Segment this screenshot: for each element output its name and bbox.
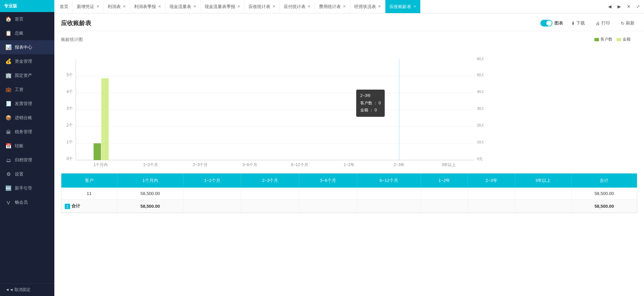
tab-next-btn[interactable]: ▶ xyxy=(614,0,624,13)
svg-text:5个: 5个 xyxy=(66,72,73,77)
tab-profit-season[interactable]: 利润表季报✕ xyxy=(130,0,165,13)
print-btn[interactable]: 🖨 打印 xyxy=(593,19,613,28)
toggle-thumb xyxy=(546,20,552,26)
sidebar-item-close[interactable]: 📅 结账 xyxy=(0,139,54,153)
bar-amount-1 xyxy=(101,78,109,160)
tab-ar-stats[interactable]: 应收统计表✕ xyxy=(245,0,280,13)
tab-close-biz-status[interactable]: ✕ xyxy=(378,4,381,9)
refresh-btn[interactable]: ↻ 刷新 xyxy=(618,19,637,28)
svg-text:3~6个月: 3~6个月 xyxy=(243,162,257,167)
total-cell-2 xyxy=(183,200,241,213)
download-btn[interactable]: ⬇ 下载 xyxy=(569,19,588,28)
page-actions: 图表 ⬇ 下载 🖨 打印 ↻ 刷新 xyxy=(540,19,637,28)
svg-text:3个: 3个 xyxy=(66,106,73,111)
col-header-7: 2~3年 xyxy=(468,174,515,188)
tab-close-profit[interactable]: ✕ xyxy=(123,4,126,9)
svg-text:60,000.00元: 60,000.00元 xyxy=(477,57,484,61)
tab-label-ar-stats: 应收统计表 xyxy=(249,4,270,10)
tab-close-ap-stats[interactable]: ✕ xyxy=(308,4,311,9)
tab-prev-btn[interactable]: ◀ xyxy=(605,0,614,13)
tab-cashflow[interactable]: 现金流量表✕ xyxy=(165,0,201,13)
sidebar-icon-invoice: 🧾 xyxy=(5,101,11,107)
col-header-3: 2~3个月 xyxy=(241,174,299,188)
main-area: 首页新增凭证✕利润表✕利润表季报✕现金流量表✕现金流量表季报✕应收统计表✕应付统… xyxy=(54,0,644,296)
sidebar-icon-funds: 💰 xyxy=(5,58,11,64)
download-icon: ⬇ xyxy=(571,21,575,26)
sidebar-item-tax[interactable]: 🏛 税务管理 xyxy=(0,125,54,139)
refresh-icon: ↻ xyxy=(621,21,625,26)
tab-bar: 首页新增凭证✕利润表✕利润表季报✕现金流量表✕现金流量表季报✕应收统计表✕应付统… xyxy=(54,0,644,13)
sidebar-icon-salary: 💼 xyxy=(5,87,11,93)
tab-label-cashflow-season: 现金流量表季报 xyxy=(205,4,235,10)
svg-text:0个: 0个 xyxy=(66,156,73,161)
legend-amount-label: 金额 xyxy=(623,37,631,42)
legend-customer-color xyxy=(594,38,599,41)
sidebar-item-funds[interactable]: 💰 资金管理 xyxy=(0,54,54,68)
sidebar-item-reports[interactable]: 📊 报表中心 xyxy=(0,40,54,54)
tab-voucher[interactable]: 新增凭证✕ xyxy=(73,0,104,13)
col-header-8: 3年以上 xyxy=(515,174,571,188)
sidebar-icon-settings: ⚙ xyxy=(5,171,11,177)
sidebar-item-settings[interactable]: ⚙ 设置 xyxy=(0,167,54,181)
sidebar-item-invoice[interactable]: 🧾 发票管理 xyxy=(0,97,54,111)
tab-expense-stats[interactable]: 费用统计表✕ xyxy=(315,0,350,13)
table-cell-0-8 xyxy=(515,188,571,200)
sidebar-item-home[interactable]: 🏠 首页 xyxy=(0,12,54,26)
svg-text:2个: 2个 xyxy=(66,123,73,128)
sidebar-label-invoice: 发票管理 xyxy=(15,101,32,107)
tab-close-ar-stats[interactable]: ✕ xyxy=(272,4,275,9)
tab-close-all-btn[interactable]: ✕ xyxy=(624,0,633,13)
tab-close-voucher[interactable]: ✕ xyxy=(96,4,99,9)
sidebar-label-close: 结账 xyxy=(15,143,23,149)
data-table: 客户1个月内1~2个月2~3个月3~6个月6~12个月1~2年2~3年3年以上合… xyxy=(61,174,637,213)
sidebar-icon-assets: 🏢 xyxy=(5,72,11,79)
sidebar-item-archive[interactable]: 🗂 归档管理 xyxy=(0,153,54,167)
sidebar-item-ledger[interactable]: 📋 总账 xyxy=(0,26,54,40)
sidebar-icon-home: 🏠 xyxy=(5,16,11,22)
sidebar-icon-stock: 📦 xyxy=(5,115,11,121)
table-row: 1158,500.0058,500.00 xyxy=(61,188,637,200)
table-body: 1158,500.0058,500.00∑合计58,500.0058,500.0… xyxy=(61,188,637,213)
tab-cashflow-season[interactable]: 现金流量表季报✕ xyxy=(201,0,245,13)
tab-profit[interactable]: 利润表✕ xyxy=(104,0,130,13)
tab-label-profit-season: 利润表季报 xyxy=(134,4,156,10)
tab-close-expense-stats[interactable]: ✕ xyxy=(343,4,346,9)
tab-biz-status[interactable]: 经营状况表✕ xyxy=(350,0,385,13)
sidebar-item-guide[interactable]: 🆕 新手引导 xyxy=(0,181,54,195)
page-header: 应收账龄表 图表 ⬇ 下载 🖨 打印 ↻ 刷新 xyxy=(54,13,644,31)
table-cell-0-6 xyxy=(421,188,468,200)
tab-close-cashflow[interactable]: ✕ xyxy=(193,4,196,9)
svg-text:6~12个月: 6~12个月 xyxy=(291,162,308,167)
sidebar-icon-reports: 📊 xyxy=(5,44,11,50)
table-header: 客户1个月内1~2个月2~3个月3~6个月6~12个月1~2年2~3年3年以上合… xyxy=(61,174,637,188)
tab-home[interactable]: 首页 xyxy=(56,0,73,13)
sidebar: 专业版 🏠 首页📋 总账📊 报表中心💰 资金管理🏢 固定资产💼 工资🧾 发票管理… xyxy=(0,0,54,296)
svg-text:30,000.00元: 30,000.00元 xyxy=(477,106,484,110)
sidebar-label-stock: 进销台账 xyxy=(15,115,32,121)
sidebar-label-funds: 资金管理 xyxy=(15,58,32,64)
col-header-1: 1个月内 xyxy=(117,174,183,188)
sidebar-item-vip[interactable]: V 畅会员 xyxy=(0,195,54,209)
tab-label-ar-aging: 应收账龄表 xyxy=(389,4,411,10)
table-cell-0-3 xyxy=(241,188,299,200)
tab-ap-stats[interactable]: 应付统计表✕ xyxy=(280,0,315,13)
toggle-track[interactable] xyxy=(540,20,552,27)
sidebar-item-stock[interactable]: 📦 进销台账 xyxy=(0,111,54,125)
svg-text:2~3年: 2~3年 xyxy=(394,162,405,167)
svg-text:40,000.00元: 40,000.00元 xyxy=(477,90,484,94)
sidebar-label-ledger: 总账 xyxy=(15,30,23,36)
tab-close-ar-aging[interactable]: ✕ xyxy=(413,4,416,9)
tab-close-cashflow-season[interactable]: ✕ xyxy=(237,4,240,9)
tab-close-profit-season[interactable]: ✕ xyxy=(158,4,161,9)
sidebar-item-assets[interactable]: 🏢 固定资产 xyxy=(0,68,54,83)
table-area: 客户1个月内1~2个月2~3个月3~6个月6~12个月1~2年2~3年3年以上合… xyxy=(61,173,637,213)
chart-toggle[interactable]: 图表 xyxy=(540,20,563,27)
sidebar-item-salary[interactable]: 💼 工资 xyxy=(0,83,54,97)
svg-text:1~2年: 1~2年 xyxy=(344,162,355,167)
legend-customer: 客户数 xyxy=(594,37,612,42)
sidebar-collapse-btn[interactable]: ◄◄ 取消固定 xyxy=(0,283,54,296)
tab-expand-btn[interactable]: ⤢ xyxy=(633,0,643,13)
table-cell-0-0: 11 xyxy=(61,188,117,200)
col-header-4: 3~6个月 xyxy=(299,174,357,188)
tab-ar-aging[interactable]: 应收账龄表✕ xyxy=(385,0,421,13)
